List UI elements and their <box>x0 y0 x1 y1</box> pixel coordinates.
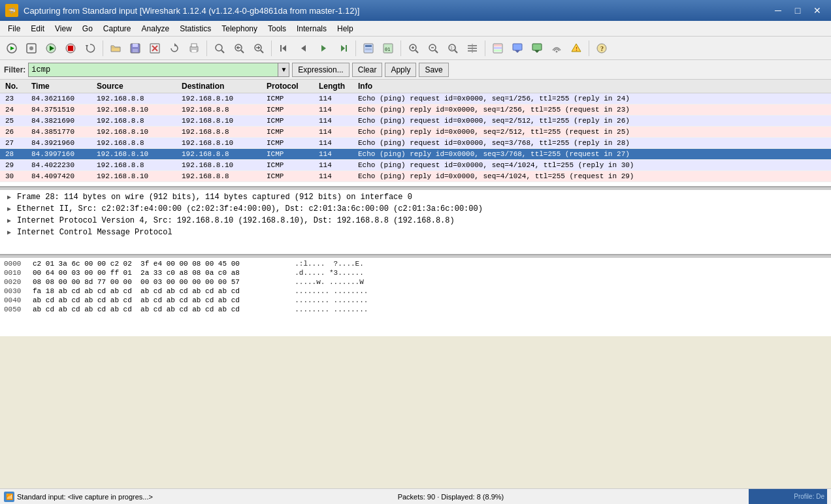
status-middle: Packets: 90 · Displayed: 8 (8.9%) <box>398 493 504 501</box>
help-btn[interactable]: ? <box>593 39 611 57</box>
menu-item-capture[interactable]: Capture <box>98 21 137 36</box>
table-row[interactable]: 27 84.3921960 192.168.8.8 192.168.8.10 I… <box>0 138 831 149</box>
table-row[interactable]: 25 84.3821690 192.168.8.8 192.168.8.10 I… <box>0 116 831 127</box>
restart-capture-button[interactable] <box>81 39 99 57</box>
table-row[interactable]: 29 84.4022230 192.168.8.8 192.168.8.10 I… <box>0 160 831 171</box>
svg-marker-33 <box>341 45 345 52</box>
menu-item-telephony[interactable]: Telephony <box>216 21 263 36</box>
zoom-100-button[interactable]: 1:1 <box>444 39 462 57</box>
cell-time: 84.4022230 <box>29 161 94 170</box>
svg-line-41 <box>416 50 418 53</box>
detail-row[interactable]: ▶ Internet Control Message Protocol <box>3 227 828 238</box>
zoom-out-button[interactable] <box>424 39 442 57</box>
table-row[interactable]: 28 84.3997160 192.168.8.10 192.168.8.8 I… <box>0 149 831 160</box>
minimize-button[interactable]: ─ <box>770 4 787 17</box>
filter-input[interactable] <box>28 63 278 77</box>
color-rules-button[interactable] <box>489 39 507 57</box>
cell-time: 84.3621160 <box>29 94 94 103</box>
find-button[interactable] <box>210 39 229 57</box>
table-row[interactable]: 23 84.3621160 192.168.8.8 192.168.8.10 I… <box>0 93 831 104</box>
zoom-in-button[interactable] <box>404 39 423 57</box>
cell-protocol: ICMP <box>264 94 316 103</box>
maximize-button[interactable]: □ <box>789 4 806 17</box>
hex-ascii: ........ ........ <box>286 296 368 304</box>
col-no: No. <box>3 81 29 91</box>
detail-row[interactable]: ▶ Internet Protocol Version 4, Src: 192.… <box>3 215 828 227</box>
cell-protocol: ICMP <box>264 172 316 181</box>
col-source: Source <box>94 81 179 91</box>
stop-capture-button[interactable] <box>61 39 80 57</box>
resize-cols-button[interactable] <box>463 39 481 57</box>
menu-item-view[interactable]: View <box>50 21 77 36</box>
expression-button[interactable]: Expression... <box>292 63 349 77</box>
cell-protocol: ICMP <box>264 138 316 148</box>
find-next-button[interactable] <box>250 39 268 57</box>
toolbar: 01 1:1 ! ? <box>0 37 831 60</box>
cell-dst: 192.168.8.10 <box>179 138 264 148</box>
save-button[interactable] <box>126 39 144 57</box>
detail-text: Internet Protocol Version 4, Src: 192.16… <box>17 216 455 225</box>
table-row[interactable]: 24 84.3751510 192.168.8.10 192.168.8.8 I… <box>0 104 831 116</box>
svg-marker-1 <box>10 46 14 50</box>
col-time: Time <box>29 81 94 91</box>
filter-dropdown-button[interactable]: ▼ <box>278 63 289 77</box>
cell-length: 114 <box>316 116 355 125</box>
cell-time: 84.4097420 <box>29 172 94 181</box>
reload-button[interactable] <box>165 39 184 57</box>
menu-item-help[interactable]: Help <box>332 21 359 36</box>
hex-dump[interactable]: 0000c2 01 3a 6c 00 00 c2 02 3f e4 00 00 … <box>0 258 831 336</box>
hex-ascii: ........ ........ <box>286 306 368 313</box>
clear-filter-button[interactable]: Clear <box>352 63 383 77</box>
cell-time: 84.3821690 <box>29 116 94 125</box>
hex-ascii: .....w. .......W <box>286 278 364 286</box>
menu-item-go[interactable]: Go <box>77 21 98 36</box>
apply-filter-button[interactable]: Apply <box>385 63 416 77</box>
pkt-bytes-button[interactable]: 01 <box>379 39 397 57</box>
menu-item-tools[interactable]: Tools <box>263 21 291 36</box>
hex-bytes: ab cd ab cd ab cd ab cd ab cd ab cd ab c… <box>33 296 281 304</box>
find-prev-button[interactable] <box>230 39 248 57</box>
table-row[interactable]: 26 84.3851770 192.168.8.10 192.168.8.8 I… <box>0 127 831 138</box>
packet-detail[interactable]: ▶ Frame 28: 114 bytes on wire (912 bits)… <box>0 190 831 255</box>
hex-bytes: 00 64 00 03 00 00 ff 01 2a 33 c0 a8 08 0… <box>33 269 281 277</box>
cell-time: 84.3751510 <box>29 105 94 114</box>
packet-list[interactable]: No. Time Source Destination Protocol Len… <box>0 80 831 187</box>
ws-logo: Profile: De <box>749 489 827 505</box>
goto-next-button[interactable] <box>314 39 333 57</box>
expert-info-btn[interactable]: ! <box>567 39 585 57</box>
menu-item-file[interactable]: File <box>3 21 25 36</box>
goto-first-button[interactable] <box>275 39 293 57</box>
hex-offset: 0040 <box>4 296 27 304</box>
svg-rect-7 <box>68 46 73 51</box>
svg-line-48 <box>455 50 457 53</box>
close-button-tb[interactable] <box>146 39 164 57</box>
menu-item-edit[interactable]: Edit <box>25 21 50 36</box>
cell-info: Echo (ping) reply id=0x0000, seq=4/1024,… <box>355 172 828 181</box>
capture-interfaces-button[interactable] <box>3 39 21 57</box>
detail-row[interactable]: ▶ Frame 28: 114 bytes on wire (912 bits)… <box>3 191 828 203</box>
capture-options-button[interactable] <box>22 39 41 57</box>
detail-row[interactable]: ▶ Ethernet II, Src: c2:02:3f:e4:00:00 (c… <box>3 203 828 215</box>
display-filter-btn[interactable] <box>528 39 546 57</box>
goto-prev-button[interactable] <box>295 39 313 57</box>
pkt-detail-button[interactable] <box>359 39 378 57</box>
goto-last-button[interactable] <box>334 39 352 57</box>
capture-filter-btn[interactable] <box>508 39 527 57</box>
svg-marker-59 <box>515 50 520 53</box>
close-button[interactable]: ✕ <box>809 4 826 17</box>
menu-item-internals[interactable]: Internals <box>291 21 332 36</box>
wireless-btn[interactable] <box>547 39 566 57</box>
print-button[interactable] <box>185 39 203 57</box>
cell-src: 192.168.8.10 <box>94 150 179 159</box>
open-button[interactable] <box>106 39 125 57</box>
menu-item-statistics[interactable]: Statistics <box>174 21 216 36</box>
packet-count-text: Packets: 90 · Displayed: 8 (8.9%) <box>398 493 504 501</box>
cell-src: 192.168.8.8 <box>94 94 179 103</box>
cell-time: 84.3997160 <box>29 150 94 159</box>
save-filter-button[interactable]: Save <box>419 63 448 77</box>
cell-src: 192.168.8.8 <box>94 161 179 170</box>
start-capture-button[interactable] <box>42 39 60 57</box>
menu-item-analyze[interactable]: Analyze <box>137 21 175 36</box>
svg-marker-31 <box>301 45 306 52</box>
table-row[interactable]: 30 84.4097420 192.168.8.10 192.168.8.8 I… <box>0 171 831 182</box>
